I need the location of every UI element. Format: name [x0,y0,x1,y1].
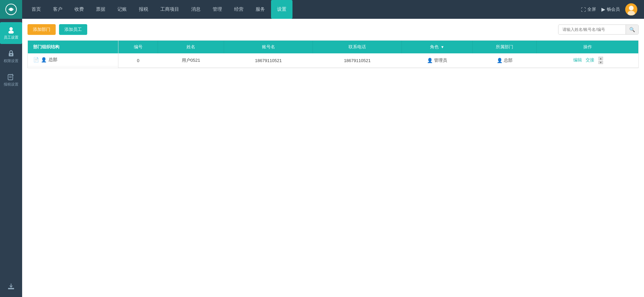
nav-item-operation[interactable]: 经营 [228,0,250,19]
table-header-row: 编号 姓名 账号名 联系电话 角色 ▼ 所属部门 操作 [118,41,638,53]
sidebar-item-employee-label: 员工设置 [4,35,18,40]
sidebar-item-tax-label: 报税设置 [4,82,18,87]
nav-item-home[interactable]: 首页 [25,0,47,19]
add-dept-button[interactable]: 添加部门 [28,24,56,35]
col-id: 编号 [118,41,158,53]
search-icon: 🔍 [629,27,635,32]
member-label: 畅会员 [607,6,620,12]
svg-point-5 [9,27,13,31]
svg-point-1 [10,8,12,11]
dept-user-icon: 👤 [497,58,502,63]
sidebar-download[interactable] [0,280,22,294]
filter-icon: ▼ [440,45,444,49]
cell-name: 用户0521 [158,53,224,68]
lock-icon [7,50,15,57]
sidebar: 员工设置 权限设置 报税设置 [0,19,22,297]
col-phone: 联系电话 [313,41,402,53]
logo-area [0,0,22,19]
nav-item-tax[interactable]: 报税 [133,0,154,19]
download-icon [7,283,15,290]
cell-actions: 编辑 交接 ▲ ▼ [537,53,638,68]
search-area: 🔍 [558,24,639,35]
scroll-up[interactable]: ▲ [598,57,603,60]
col-role[interactable]: 角色 ▼ [402,41,473,53]
transfer-link[interactable]: 交接 [586,57,594,62]
svg-point-3 [629,6,634,10]
nav-item-service[interactable]: 服务 [250,0,271,19]
cell-id: 0 [118,53,158,68]
search-button[interactable]: 🔍 [626,25,638,34]
nav-item-settings[interactable]: 设置 [271,0,292,19]
nav-item-message[interactable]: 消息 [185,0,207,19]
nav-item-invoice[interactable]: 票据 [90,0,111,19]
emp-table-wrap: 编号 姓名 账号名 联系电话 角色 ▼ 所属部门 操作 [118,41,638,68]
content-area: 添加部门 添加员工 🔍 部门组织结构 📄 👤 总部 [22,19,644,297]
dept-tree-item-root[interactable]: 📄 👤 总部 [28,53,118,66]
edit-link[interactable]: 编辑 [573,57,582,62]
svg-point-8 [10,54,12,55]
dept-tree-header: 部门组织结构 [28,41,118,53]
nav-item-manage[interactable]: 管理 [207,0,228,19]
col-action: 操作 [537,41,638,53]
nav-item-biz[interactable]: 工商项目 [154,0,185,19]
cell-phone: 18679110521 [313,53,402,68]
svg-point-6 [8,31,14,34]
nav-item-fee[interactable]: 收费 [68,0,90,19]
toolbar: 添加部门 添加员工 🔍 [28,24,639,35]
scroll-down[interactable]: ▼ [598,61,603,64]
role-user-icon: 👤 [427,58,433,63]
file-icon: 📄 [33,57,39,62]
nav-right: ⛶ 全屏 ▶ 畅会员 [581,3,644,15]
fullscreen-label: 全屏 [587,6,596,12]
dept-tree: 部门组织结构 📄 👤 总部 [28,41,118,68]
add-emp-button[interactable]: 添加员工 [59,24,87,35]
dept-item-label: 总部 [49,57,57,63]
nav-item-customer[interactable]: 客户 [47,0,68,19]
main-layout: 员工设置 权限设置 报税设置 [0,19,644,297]
logo-icon [5,3,17,15]
fullscreen-icon: ⛶ [581,7,586,12]
member-btn[interactable]: ▶ 畅会员 [601,6,620,12]
sidebar-item-permission[interactable]: 权限设置 [0,46,22,67]
two-col-layout: 部门组织结构 📄 👤 总部 编号 姓名 账号名 联系电话 [28,40,639,68]
fullscreen-btn[interactable]: ⛶ 全屏 [581,6,596,12]
col-role-label: 角色 [430,44,439,49]
table-row: 0 用户0521 18679110521 18679110521 👤 管理员 👤… [118,53,638,68]
cell-role: 👤 管理员 [402,53,473,68]
sidebar-item-employee[interactable]: 员工设置 [0,22,22,44]
sidebar-item-permission-label: 权限设置 [4,58,18,63]
dept-label: 总部 [504,57,513,63]
col-dept: 所属部门 [472,41,536,53]
tax-icon [7,73,15,81]
cell-account: 18679110521 [224,53,313,68]
nav-item-account[interactable]: 记账 [111,0,133,19]
member-icon: ▶ [601,6,605,12]
nav-items: 首页 客户 收费 票据 记账 报税 工商项目 消息 管理 经营 服务 设置 [22,0,581,19]
emp-table: 编号 姓名 账号名 联系电话 角色 ▼ 所属部门 操作 [118,41,638,68]
avatar-img [625,3,637,15]
avatar[interactable] [625,3,637,15]
cell-dept: 👤 总部 [472,53,536,68]
person-settings-icon [7,26,15,34]
dept-user-icon: 👤 [41,57,47,62]
svg-rect-12 [8,288,14,289]
search-input[interactable] [558,25,626,34]
role-label: 管理员 [434,57,447,63]
svg-rect-9 [8,75,13,80]
sidebar-item-tax-settings[interactable]: 报税设置 [0,69,22,91]
top-nav: 首页 客户 收费 票据 记账 报税 工商项目 消息 管理 经营 服务 设置 ⛶ … [0,0,644,19]
col-name: 姓名 [158,41,224,53]
col-account: 账号名 [224,41,313,53]
